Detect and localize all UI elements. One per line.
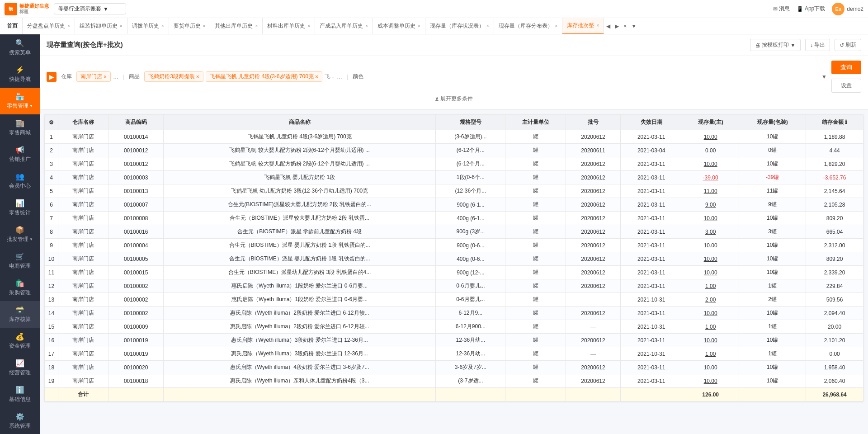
warehouse-tag[interactable]: 南岸门店 × [76, 71, 111, 82]
tab-cailiaochu[interactable]: 材料出库单历史 × [263, 18, 315, 34]
tab-fenku[interactable]: 分盘盘点单历史 × [23, 18, 75, 34]
row-code: 00100004 [108, 239, 163, 252]
summary-amount: 26,968.64 [806, 388, 863, 401]
content-area: 现存量查询(按仓库+批次) 🖨 按模板打印 ▼ ↓ 导出 ↺ 刷新 [40, 34, 868, 434]
product-more-dots[interactable]: … [337, 74, 342, 80]
tab-prev-btn[interactable]: ◀ [604, 23, 613, 29]
row-qty-main[interactable]: 0.00 [682, 144, 739, 157]
col-settings[interactable]: ⚙ [45, 115, 58, 130]
row-qty-main[interactable]: 10.00 [682, 157, 739, 171]
row-qty-main[interactable]: 9.00 [682, 198, 739, 212]
row-unit: 罐 [505, 184, 566, 198]
row-qty-main[interactable]: 10.00 [682, 212, 739, 225]
tab-close-all-btn[interactable]: × [621, 23, 629, 29]
row-qty-main[interactable]: 10.00 [682, 130, 739, 144]
remove-tag-icon[interactable]: × [315, 74, 318, 80]
row-qty-main[interactable]: 3.00 [682, 225, 739, 239]
product-more[interactable]: 飞... [325, 73, 335, 80]
sidebar-item-search[interactable]: 🔍 搜索英单 [0, 34, 40, 61]
row-batch: 20200612 [566, 374, 620, 388]
query-btn[interactable]: 查询 [831, 61, 861, 74]
tab-next-btn[interactable]: ▶ [613, 23, 621, 29]
sidebar-item-store[interactable]: 🏬 零售商城 [0, 114, 40, 141]
remove-tag-icon[interactable]: × [104, 74, 107, 80]
sidebar-item-basic[interactable]: ℹ️ 基础信息 [0, 381, 40, 408]
sidebar-item-batch[interactable]: 📦 批发管理 ▼ [0, 221, 40, 248]
tab-chengben[interactable]: 成本调整单历史 × [373, 18, 425, 34]
row-qty-main[interactable]: 1.00 [682, 279, 739, 293]
row-number: 17 [45, 347, 58, 361]
sidebar-item-ecom[interactable]: 🛒 电商管理 [0, 248, 40, 274]
close-icon[interactable]: × [307, 24, 310, 28]
close-icon[interactable]: × [486, 24, 489, 28]
tab-xianzailiang1[interactable]: 现存量（库存状况表） × [425, 18, 494, 34]
tab-tiaobo[interactable]: 调拨单历史 × [127, 18, 169, 34]
product-tag-1[interactable]: 飞鹤奶粉3段两提装 × [144, 71, 203, 82]
close-icon[interactable]: × [365, 24, 368, 28]
close-icon[interactable]: × [161, 24, 164, 28]
close-icon[interactable]: × [67, 24, 70, 28]
row-qty-main[interactable]: 10.00 [682, 307, 739, 320]
row-qty-main[interactable]: 10.00 [682, 252, 739, 266]
settings-btn[interactable]: 设置 [831, 79, 861, 93]
row-batch: 20200612 [566, 252, 620, 266]
basic-icon: ℹ️ [15, 386, 24, 394]
tab-yaohuo[interactable]: 要货单历史 × [169, 18, 211, 34]
tab-kupici[interactable]: 库存批次整 × [562, 18, 604, 34]
warehouse-filter: 南岸门店 × … [76, 71, 118, 82]
row-expire: 2021-10-31 [621, 347, 682, 361]
close-icon[interactable]: × [418, 24, 420, 28]
row-code: 00100020 [108, 361, 163, 374]
sidebar-item-inventory[interactable]: 🗃️ 库存核算 [0, 301, 40, 328]
tab-xianzailiang2[interactable]: 现存量（库存分布表） × [494, 18, 563, 34]
expand-filter-btn[interactable]: ▶ [47, 72, 57, 82]
close-icon[interactable]: × [120, 24, 123, 28]
row-batch: 20200612 [566, 130, 620, 144]
template-print-btn[interactable]: 🖨 按模板打印 ▼ [750, 39, 801, 51]
avatar: Ea [832, 3, 844, 15]
row-unit: 罐 [505, 374, 566, 388]
row-code: 00100012 [108, 157, 163, 171]
store-selector[interactable]: 母婴行业演示账套 ▼ [54, 3, 126, 14]
row-qty-main[interactable]: 2.00 [682, 293, 739, 307]
row-qty-main[interactable]: 11.00 [682, 184, 739, 198]
sidebar-item-marketing[interactable]: 📢 营销推广 [0, 141, 40, 168]
table-row: 5南岸门店00100013飞鹤星飞帆 幼儿配方奶粉 3段(12-36个月幼儿适用… [45, 184, 863, 198]
expand-more-btn[interactable]: ⊻ 展开更多条件 [435, 95, 473, 103]
tab-zuhe[interactable]: 组装拆卸单历史 × [75, 18, 127, 34]
close-icon[interactable]: × [555, 24, 558, 28]
row-qty-main[interactable]: 1.00 [682, 320, 739, 334]
tab-chengpinru[interactable]: 产成品入库单历史 × [315, 18, 373, 34]
export-btn[interactable]: ↓ 导出 [805, 39, 830, 51]
product-tag-2[interactable]: 飞鹤星飞帆 儿童奶粉 4段(3-6岁适用) 700克 × [206, 71, 322, 82]
sidebar-item-member[interactable]: 👥 会员中心 [0, 168, 40, 194]
warehouse-more[interactable]: … [113, 74, 118, 80]
sidebar-item-system[interactable]: ⚙️ 系统管理 [0, 408, 40, 434]
sidebar-item-stats[interactable]: 📊 零售统计 [0, 194, 40, 221]
tab-home[interactable]: 首页 [2, 18, 23, 34]
tab-qtchu[interactable]: 其他出库单历史 × [210, 18, 263, 34]
row-code: 00100007 [108, 198, 163, 212]
row-qty-main[interactable]: 1.00 [682, 347, 739, 361]
row-qty-main[interactable]: 10.00 [682, 361, 739, 374]
remove-tag-icon[interactable]: × [196, 74, 199, 80]
row-qty-main[interactable]: 10.00 [682, 239, 739, 252]
sidebar-item-retail[interactable]: 🏪 零售管理 ▼ [0, 88, 40, 114]
messages-btn[interactable]: ✉ 消息 [773, 5, 790, 13]
row-spec: 900g (0-6... [436, 239, 505, 252]
refresh-btn[interactable]: ↺ 刷新 [835, 39, 861, 51]
close-icon[interactable]: × [203, 24, 206, 28]
sidebar-item-purchase[interactable]: 🛍️ 采购管理 [0, 274, 40, 301]
row-qty-main[interactable]: -39.00 [682, 171, 739, 184]
row-qty-main[interactable]: 10.00 [682, 266, 739, 279]
row-qty-main[interactable]: 10.00 [682, 334, 739, 347]
sidebar-item-quicknav[interactable]: ⚡ 快捷导航 [0, 61, 40, 88]
color-dropdown-icon[interactable]: ▼ [821, 74, 827, 80]
close-icon[interactable]: × [596, 23, 599, 28]
close-icon[interactable]: × [255, 24, 258, 28]
sidebar-item-finance[interactable]: 💰 资金管理 [0, 328, 40, 354]
app-download-btn[interactable]: 📱 App下载 [797, 5, 825, 13]
sidebar-item-operations[interactable]: 📈 经营管理 [0, 354, 40, 381]
row-qty-main[interactable]: 10.00 [682, 374, 739, 388]
tab-menu-btn[interactable]: ▼ [629, 23, 639, 29]
